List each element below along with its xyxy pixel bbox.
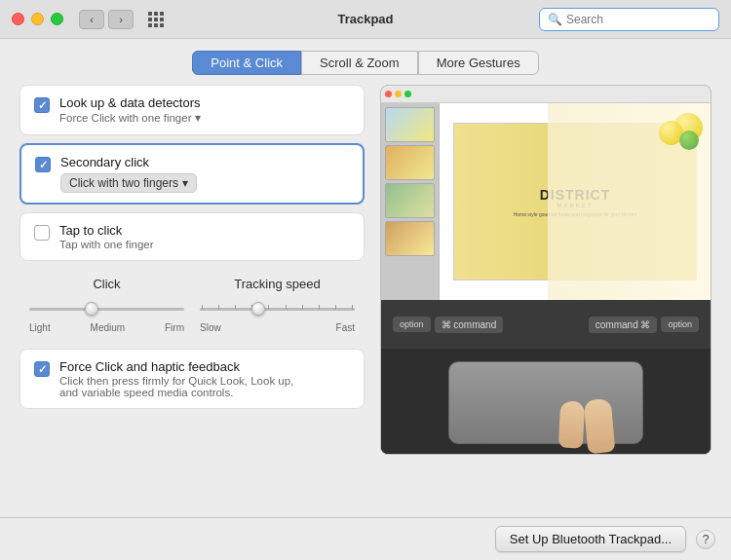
close-button[interactable]	[12, 13, 24, 25]
search-input[interactable]	[566, 13, 711, 26]
tracking-slider-wrap[interactable]	[200, 299, 355, 318]
tap-text: Tap to click Tap with one finger	[59, 223, 154, 250]
lookup-checkbox[interactable]	[34, 97, 50, 113]
demo-panel: DISTRICT MARKET Home style gourmet foods…	[380, 85, 712, 455]
setup-bluetooth-button[interactable]: Set Up Bluetooth Trackpad...	[495, 526, 686, 552]
fake-sidebar	[381, 103, 440, 300]
force-click-text: Force Click and haptic feedback Click th…	[59, 359, 293, 398]
click-slider-wrap[interactable]	[29, 299, 184, 318]
fake-thumb-4	[385, 221, 435, 256]
main-content: Look up & data detectors Force Click wit…	[0, 85, 731, 455]
fake-thumb-3	[385, 183, 435, 218]
force-click-checkbox-wrap[interactable]	[34, 361, 50, 377]
click-slider-thumb[interactable]	[85, 302, 98, 316]
grid-menu-button[interactable]	[143, 10, 169, 29]
force-click-label: Force Click and haptic feedback	[59, 359, 293, 374]
grid-icon	[148, 12, 164, 27]
tap-to-click-row: Tap to click Tap with one finger	[19, 212, 365, 261]
forward-button[interactable]: ›	[108, 10, 134, 29]
bottom-bar: Set Up Bluetooth Trackpad... ?	[0, 517, 731, 560]
finger-2	[558, 400, 585, 448]
demo-screenshot: DISTRICT MARKET Home style gourmet foods…	[381, 86, 711, 300]
click-label-firm: Firm	[165, 322, 184, 333]
fake-app-bar	[381, 86, 711, 103]
key-option-left: option	[393, 317, 431, 332]
tracking-slider-track	[200, 308, 355, 311]
keyboard-area: option ⌘ command command ⌘ option	[381, 300, 711, 349]
minimize-button[interactable]	[31, 13, 44, 25]
left-panel: Look up & data detectors Force Click wit…	[19, 85, 365, 455]
fake-thumb-1	[385, 107, 435, 142]
secondary-click-label: Secondary click	[60, 155, 197, 169]
search-bar[interactable]: 🔍	[539, 8, 719, 31]
lookup-label: Look up & data detectors	[59, 95, 201, 110]
tracking-slider-thumb[interactable]	[251, 302, 265, 316]
back-button[interactable]: ‹	[79, 10, 104, 29]
force-click-row: Force Click and haptic feedback Click th…	[19, 349, 365, 409]
nav-buttons: ‹ ›	[79, 10, 134, 29]
tracking-label-fast: Fast	[336, 322, 355, 333]
tap-checkbox-wrap[interactable]	[34, 225, 50, 241]
force-click-sublabel: Click then press firmly for Quick Look, …	[59, 375, 293, 398]
click-slider-labels: Light Medium Firm	[29, 322, 184, 333]
lookup-sublabel: Force Click with one finger ▾	[59, 111, 201, 125]
trackpad-visual	[448, 361, 643, 444]
titlebar: ‹ › Trackpad 🔍	[0, 0, 731, 39]
finger-1	[584, 397, 616, 453]
click-slider-title: Click	[93, 277, 120, 291]
click-slider-track	[29, 308, 184, 311]
tab-more-gestures[interactable]: More Gestures	[418, 51, 539, 75]
tab-point-click[interactable]: Point & Click	[192, 51, 301, 75]
tap-label: Tap to click	[59, 223, 154, 238]
fake-app: DISTRICT MARKET Home style gourmet foods…	[381, 86, 711, 300]
secondary-click-checkbox-wrap[interactable]	[35, 157, 51, 172]
fake-main-canvas: DISTRICT MARKET Home style gourmet foods…	[440, 103, 711, 300]
help-button[interactable]: ?	[696, 530, 715, 549]
traffic-lights	[12, 13, 63, 25]
secondary-click-dropdown[interactable]: Click with two fingers ▾	[60, 173, 197, 193]
tap-checkbox[interactable]	[34, 225, 50, 241]
click-label-medium: Medium	[91, 322, 126, 333]
tracking-slider-title: Tracking speed	[234, 277, 320, 291]
search-icon: 🔍	[548, 13, 562, 26]
secondary-click-checkbox[interactable]	[35, 157, 51, 172]
tracking-slider-group: Tracking speed	[200, 277, 355, 333]
maximize-button[interactable]	[51, 13, 63, 25]
trackpad-area	[381, 349, 711, 455]
secondary-click-row: Secondary click Click with two fingers ▾	[19, 143, 365, 205]
lookup-setting-row: Look up & data detectors Force Click wit…	[19, 85, 365, 135]
tap-sublabel: Tap with one finger	[59, 239, 154, 250]
tracking-label-slow: Slow	[200, 322, 221, 333]
force-click-checkbox[interactable]	[34, 361, 50, 377]
fake-thumb-2	[385, 145, 435, 180]
fake-canvas: DISTRICT MARKET Home style gourmet foods…	[381, 103, 711, 300]
tracking-slider-labels: Slow Fast	[200, 322, 355, 333]
lookup-checkbox-wrap[interactable]	[34, 97, 50, 113]
secondary-click-text: Secondary click Click with two fingers ▾	[60, 155, 197, 193]
fake-close-dot	[385, 91, 392, 97]
fake-min-dot	[395, 91, 402, 97]
click-slider-group: Click Light Medium Firm	[29, 277, 184, 333]
window-title: Trackpad	[337, 12, 393, 26]
lookup-text: Look up & data detectors Force Click wit…	[59, 95, 201, 125]
key-cmd-left: ⌘ command	[435, 317, 504, 333]
fake-max-dot	[404, 91, 411, 97]
click-label-light: Light	[29, 322, 51, 333]
key-option-right: option	[661, 317, 699, 332]
lookup-dropdown-arrow: ▾	[195, 112, 201, 124]
tabs-row: Point & Click Scroll & Zoom More Gesture…	[0, 39, 731, 85]
key-cmd-right: command ⌘	[589, 317, 658, 333]
dropdown-arrow-icon: ▾	[182, 176, 188, 190]
sliders-section: Click Light Medium Firm Tracking speed	[19, 269, 365, 337]
tab-scroll-zoom[interactable]: Scroll & Zoom	[301, 51, 418, 75]
